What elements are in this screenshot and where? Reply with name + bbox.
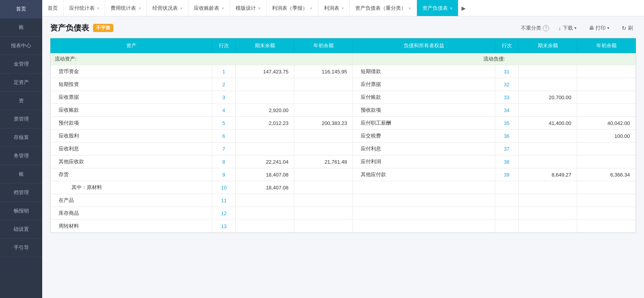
table-row: 短期投资 2 应付票据 32 <box>51 78 636 91</box>
asset-name[interactable]: 其中：原材料 <box>51 181 212 194</box>
tab-close-profit[interactable]: × <box>342 6 344 11</box>
asset-end-balance <box>236 91 294 104</box>
asset-name[interactable]: 应收股利 <box>51 130 212 143</box>
sidebar-item-cash[interactable]: 金管理 <box>0 55 42 73</box>
liability-name[interactable] <box>353 194 495 207</box>
liab-begin-balance <box>577 143 636 155</box>
asset-row-num: 1 <box>212 65 236 78</box>
sidebar-item-reports[interactable]: 报表中心 <box>0 37 42 55</box>
main-area: 首页 应付统计表 × 费用统计表 × 经营状况表 × 应收账龄表 × 模版设计 … <box>42 0 644 298</box>
section-liabilities-label: 流动负债: <box>353 53 636 65</box>
liab-end-balance: 20,700.00 <box>519 91 577 104</box>
asset-name[interactable]: 应收利息 <box>51 143 212 155</box>
sidebar-item-guide[interactable]: 手引导 <box>0 239 42 257</box>
sidebar-item-ledger[interactable]: 账 <box>0 18 42 37</box>
tab-close-payable-stats[interactable]: × <box>97 6 99 11</box>
sidebar-item-account[interactable]: 账 <box>0 165 42 184</box>
tab-close-profit-quarterly[interactable]: × <box>310 6 312 11</box>
table-row: 其他应收款 8 22,241.04 21,761.48 应付利润 38 <box>51 155 636 168</box>
print-chevron-icon: ▾ <box>607 26 609 30</box>
tab-close-receivable-aging[interactable]: × <box>222 6 224 11</box>
unbalanced-badge: 不平衡 <box>93 24 113 32</box>
liability-name[interactable]: 预收款项 <box>353 104 495 117</box>
sidebar-item-assets[interactable]: 定资产 <box>0 73 42 92</box>
asset-name[interactable]: 其他应收款 <box>51 155 212 168</box>
liab-begin-balance <box>577 207 636 220</box>
download-button[interactable]: ↓ 下载 ▾ <box>555 23 580 33</box>
table-row: 其中：原材料 10 18,407.08 <box>51 181 636 194</box>
tab-close-balance-sheet[interactable]: × <box>450 6 453 11</box>
tab-home[interactable]: 首页 <box>42 0 64 16</box>
sidebar-item-invest[interactable]: 资 <box>0 92 42 110</box>
liability-name[interactable]: 应交税费 <box>353 130 495 143</box>
liability-name[interactable]: 应付票据 <box>353 78 495 91</box>
tab-payable-stats[interactable]: 应付统计表 × <box>64 0 105 16</box>
tab-operations[interactable]: 经营状况表 × <box>147 0 188 16</box>
tab-profit[interactable]: 利润表 × <box>318 0 350 16</box>
tab-scroll-right[interactable]: ▶ <box>458 5 469 11</box>
tab-close-operations[interactable]: × <box>180 6 182 11</box>
col-asset: 资产 <box>51 39 212 53</box>
table-row: 应收利息 7 应付利息 37 <box>51 143 636 155</box>
asset-row-num: 5 <box>212 117 236 130</box>
liability-name[interactable] <box>353 220 495 233</box>
liab-end-balance <box>519 65 577 78</box>
table-row: 应收股利 6 应交税费 36 100.00 <box>51 130 636 143</box>
liability-name[interactable] <box>353 181 495 194</box>
asset-end-balance <box>236 130 294 143</box>
liab-row-num <box>495 207 519 220</box>
liab-begin-balance <box>577 91 636 104</box>
sidebar-item-archive[interactable]: 档管理 <box>0 184 42 202</box>
tab-template-design[interactable]: 模版设计 × <box>230 0 267 16</box>
liability-name[interactable]: 应付账款 <box>353 91 495 104</box>
table-row: 存货 9 18,407.08 其他应付款 39 8,649.27 6,366.3… <box>51 168 636 181</box>
liability-name[interactable]: 短期借款 <box>353 65 495 78</box>
asset-name[interactable]: 存货 <box>51 168 212 181</box>
tab-receivable-aging[interactable]: 应收账龄表 × <box>188 0 230 16</box>
liability-name[interactable]: 应付利息 <box>353 143 495 155</box>
sidebar-item-home[interactable]: 首页 <box>0 0 42 18</box>
help-icon[interactable]: ? <box>543 25 549 31</box>
tab-profit-quarterly[interactable]: 利润表（季报） × <box>267 0 318 16</box>
liab-end-balance <box>519 78 577 91</box>
liability-name[interactable]: 应付职工薪酬 <box>353 117 495 130</box>
asset-name[interactable]: 预付款项 <box>51 117 212 130</box>
asset-name[interactable]: 货币资金 <box>51 65 212 78</box>
liab-row-num: 33 <box>495 91 519 104</box>
sidebar-item-tickets[interactable]: 票管理 <box>0 110 42 128</box>
tab-close-template-design[interactable]: × <box>258 6 261 11</box>
asset-end-balance: 22,241.04 <box>236 155 294 168</box>
asset-begin-balance <box>294 78 353 91</box>
asset-end-balance <box>236 194 294 207</box>
refresh-button[interactable]: ↻ 刷 <box>619 23 636 33</box>
sidebar-item-settings[interactable]: 础设置 <box>0 220 42 239</box>
liability-name[interactable] <box>353 207 495 220</box>
sidebar-item-inventory[interactable]: 存核算 <box>0 128 42 147</box>
col-asset-row: 行次 <box>212 39 236 53</box>
tab-balance-reclassified[interactable]: 资产负债表（重分类） × <box>350 0 417 16</box>
balance-sheet-table-wrapper: 资产 行次 期末余额 年初余额 负债和所有者权益 行次 期末余额 年初余额 流动… <box>50 38 636 233</box>
classify-label[interactable]: 不重分类 ? <box>521 25 549 32</box>
sidebar: 首页 账 报表中心 金管理 定资产 资 票管理 存核算 务管理 账 档管理 畅报… <box>0 0 42 298</box>
asset-name[interactable]: 应收票据 <box>51 91 212 104</box>
tab-balance-sheet[interactable]: 资产负债表 × <box>417 0 458 16</box>
liab-end-balance <box>519 194 577 207</box>
asset-name[interactable]: 短期投资 <box>51 78 212 91</box>
section-current-assets: 流动资产: 流动负债: <box>51 53 636 65</box>
balance-sheet-table: 资产 行次 期末余额 年初余额 负债和所有者权益 行次 期末余额 年初余额 流动… <box>50 38 636 233</box>
liability-name[interactable]: 应付利润 <box>353 155 495 168</box>
asset-name[interactable]: 在产品 <box>51 194 212 207</box>
asset-begin-balance <box>294 181 353 194</box>
asset-name[interactable]: 周转材料 <box>51 220 212 233</box>
print-button[interactable]: 🖶 打印 ▾ <box>586 23 612 33</box>
sidebar-item-expense[interactable]: 畅报销 <box>0 202 42 220</box>
asset-name[interactable]: 库存商品 <box>51 207 212 220</box>
asset-name[interactable]: 应收账款 <box>51 104 212 117</box>
sidebar-item-finance[interactable]: 务管理 <box>0 147 42 165</box>
liability-name[interactable]: 其他应付款 <box>353 168 495 181</box>
asset-row-num: 7 <box>212 143 236 155</box>
tab-close-balance-reclassified[interactable]: × <box>408 6 411 11</box>
tab-close-expense-stats[interactable]: × <box>138 6 141 11</box>
tab-expense-stats[interactable]: 费用统计表 × <box>105 0 147 16</box>
asset-begin-balance: 116,145.95 <box>294 65 353 78</box>
